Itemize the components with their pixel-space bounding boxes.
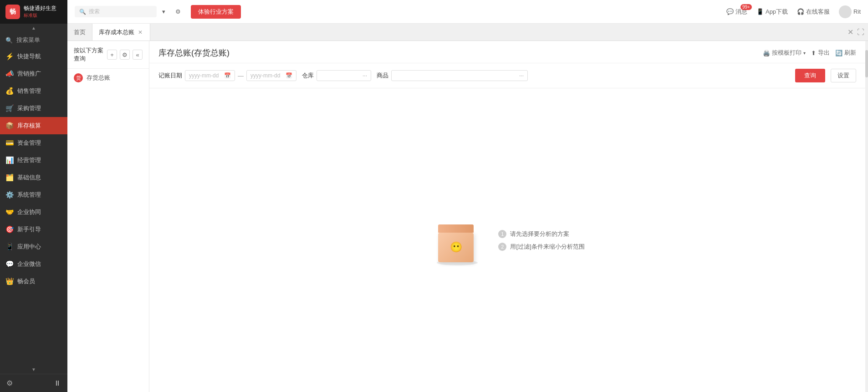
- sidebar-scroll-up[interactable]: ▲: [0, 24, 67, 32]
- filter-settings-btn[interactable]: ⚙: [120, 50, 130, 60]
- sidebar-scroll-down[interactable]: ▼: [0, 365, 67, 374]
- sidebar-item-sales[interactable]: 💰 销售管理: [0, 82, 67, 100]
- sidebar-nav: 🔍 搜索菜单 ⚡ 快捷导航 📣 营销推广 💰 销售管理 🛒 采购管理 📦 库存核…: [0, 32, 67, 365]
- main-area: 🔍 搜索 ▾ ⚙ 体验行业方案 💬 消息 99+ 📱 App下载 🎧 在线客服: [67, 0, 868, 392]
- page-actions: 🖨️ 按模板打印 ▾ ⬆ 导出 🔄 刷新: [763, 49, 856, 57]
- message-btn[interactable]: 💬 消息 99+: [726, 8, 747, 16]
- sidebar-item-marketing[interactable]: 📣 营销推广: [0, 65, 67, 82]
- filter-item-inventory[interactable]: 货 存货总账: [67, 69, 149, 87]
- calendar-start-icon[interactable]: 📅: [224, 72, 231, 79]
- gear-icon: ⚙: [175, 8, 181, 15]
- export-icon: ⬆: [811, 50, 816, 56]
- user-profile-btn[interactable]: Rit: [839, 5, 861, 18]
- tab-close-all-icon[interactable]: ✕: [848, 28, 853, 36]
- sidebar-label-basic: 基础信息: [17, 173, 41, 182]
- warehouse-more-icon[interactable]: ···: [363, 72, 367, 79]
- search-icon: 🔍: [5, 37, 13, 44]
- date-end-input[interactable]: yyyy-mm-dd 📅: [246, 70, 296, 81]
- tip-num-2: 2: [498, 243, 506, 251]
- tab-home-label: 首页: [74, 28, 86, 36]
- refresh-icon: 🔄: [835, 50, 842, 56]
- product-more-icon[interactable]: ···: [519, 72, 524, 79]
- sidebar-label-cooperation: 企业协同: [17, 208, 41, 216]
- topbar-dropdown-icon[interactable]: ▾: [162, 8, 165, 15]
- sidebar-item-guide[interactable]: 🎯 新手引导: [0, 221, 67, 238]
- sidebar-item-cooperation[interactable]: 🤝 企业协同: [0, 204, 67, 221]
- filter-item-icon: 货: [74, 73, 83, 82]
- basic-icon: 🗂️: [5, 173, 14, 182]
- filter-item-icon-text: 货: [76, 75, 81, 81]
- app-download-btn[interactable]: 📱 App下载: [756, 8, 788, 16]
- guide-icon: 🎯: [5, 225, 14, 234]
- filter-actions: + ⚙ «: [107, 50, 143, 60]
- phone-icon: 📱: [756, 8, 764, 15]
- product-label: 商品: [377, 71, 388, 80]
- appstore-icon: 📱: [5, 243, 14, 251]
- sidebar-item-system[interactable]: ⚙️ 系统管理: [0, 186, 67, 204]
- warehouse-select: 仓库 ···: [302, 70, 371, 81]
- quick-nav-icon: ⚡: [5, 52, 14, 61]
- trial-industry-button[interactable]: 体验行业方案: [191, 5, 241, 19]
- sidebar-item-operations[interactable]: 📊 经营管理: [0, 152, 67, 169]
- sidebar-item-appstore[interactable]: 📱 应用中心: [0, 238, 67, 255]
- print-label: 按模板打印: [772, 49, 802, 57]
- sidebar-label-inventory: 库存核算: [17, 122, 41, 130]
- sidebar-toggle-icon[interactable]: ⏸: [54, 379, 61, 387]
- date-label: 记账日期: [158, 71, 182, 80]
- settings-button[interactable]: 设置: [831, 69, 856, 82]
- print-btn[interactable]: 🖨️ 按模板打印 ▾: [763, 49, 806, 57]
- sidebar-label-marketing: 营销推广: [17, 70, 41, 78]
- tab-inventory-label: 库存成本总账: [99, 28, 134, 36]
- date-start-input[interactable]: yyyy-mm-dd 📅: [185, 70, 235, 81]
- warehouse-label: 仓库: [302, 71, 314, 80]
- product-input[interactable]: ···: [391, 70, 528, 81]
- sidebar-item-purchase[interactable]: 🛒 采购管理: [0, 100, 67, 117]
- page-title: 库存总账(存货总账): [158, 47, 230, 58]
- app-name: 畅捷通好生意: [24, 5, 56, 12]
- sidebar-item-member[interactable]: 👑 畅会员: [0, 273, 67, 290]
- wechat-icon: 💬: [5, 260, 14, 268]
- settings-gear-icon[interactable]: ⚙: [6, 379, 13, 387]
- sidebar-label-appstore: 应用中心: [17, 243, 41, 251]
- tip-text-1: 请先选择要分析的方案: [510, 230, 569, 238]
- sidebar-search[interactable]: 🔍 搜索菜单: [0, 32, 67, 48]
- sidebar-item-wechat[interactable]: 💬 企业微信: [0, 255, 67, 273]
- calendar-end-icon[interactable]: 📅: [286, 72, 292, 79]
- online-service-btn[interactable]: 🎧 在线客服: [797, 8, 830, 16]
- topbar-settings-btn[interactable]: ⚙: [171, 5, 185, 19]
- member-icon: 👑: [5, 277, 14, 285]
- app-version: 标准版: [24, 12, 56, 19]
- tab-expand-icon[interactable]: ⛶: [857, 28, 864, 36]
- warehouse-input[interactable]: ···: [317, 70, 371, 81]
- finance-icon: 💳: [5, 139, 14, 147]
- sidebar-label-system: 系统管理: [17, 191, 41, 199]
- date-end-placeholder: yyyy-mm-dd: [250, 72, 280, 79]
- search-button[interactable]: 查询: [795, 69, 825, 82]
- sidebar: 畅 畅捷通好生意 标准版 ▲ 🔍 搜索菜单 ⚡ 快捷导航 📣 营销推广 💰 销售…: [0, 0, 67, 392]
- tab-bar-actions: ✕ ⛶: [848, 28, 868, 36]
- print-dropdown-icon: ▾: [803, 51, 806, 56]
- sales-icon: 💰: [5, 87, 14, 95]
- topbar-search-text: 搜索: [89, 8, 100, 15]
- filter-collapse-btn[interactable]: «: [133, 50, 143, 60]
- empty-tip-2: 2 用[过滤]条件来缩小分析范围: [498, 243, 584, 251]
- empty-tips: 1 请先选择要分析的方案 2 用[过滤]条件来缩小分析范围: [498, 230, 584, 251]
- sidebar-item-quick-nav[interactable]: ⚡ 快捷导航: [0, 48, 67, 65]
- logo-icon: 畅: [5, 5, 20, 19]
- tab-close-icon[interactable]: ✕: [137, 29, 143, 36]
- app-download-label: App下载: [766, 8, 788, 16]
- refresh-btn[interactable]: 🔄 刷新: [835, 49, 856, 57]
- sidebar-label-purchase: 采购管理: [17, 104, 41, 112]
- right-panel: 库存总账(存货总账) 🖨️ 按模板打印 ▾ ⬆ 导出 🔄 刷新: [149, 41, 865, 392]
- cooperation-icon: 🤝: [5, 208, 14, 216]
- sidebar-item-inventory[interactable]: 📦 库存核算: [0, 117, 67, 134]
- topbar-search[interactable]: 🔍 搜索: [75, 6, 157, 17]
- sidebar-item-basic[interactable]: 🗂️ 基础信息: [0, 169, 67, 186]
- tab-home[interactable]: 首页: [67, 24, 92, 41]
- filter-header-label: 按以下方案查询: [74, 46, 107, 63]
- tab-inventory-ledger[interactable]: 库存成本总账 ✕: [92, 24, 150, 41]
- scrollbar[interactable]: [865, 41, 868, 392]
- filter-add-btn[interactable]: +: [107, 50, 117, 60]
- sidebar-item-finance[interactable]: 💳 资金管理: [0, 134, 67, 152]
- export-btn[interactable]: ⬆ 导出: [811, 49, 830, 57]
